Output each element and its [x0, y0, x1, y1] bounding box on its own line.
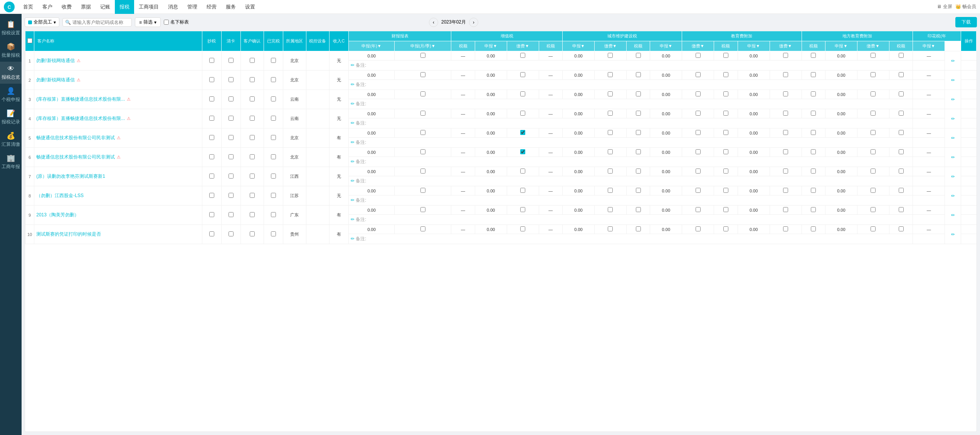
checkbox-cell[interactable] [264, 186, 283, 206]
checkbox-cell[interactable] [240, 109, 264, 128]
customer-name[interactable]: 2013（陶美芳勿删） [36, 212, 79, 218]
customer-name[interactable]: 畅捷通信息技术股份有限公司民非测试 [36, 154, 115, 160]
checkbox-cell[interactable] [202, 167, 221, 186]
edit-icon[interactable]: ✏ [951, 212, 955, 218]
checkbox-cell[interactable] [221, 148, 240, 167]
row-checkbox[interactable] [250, 77, 255, 82]
edit-icon[interactable]: ✏ [951, 193, 955, 199]
local-checkbox[interactable] [783, 226, 788, 231]
city-checkbox[interactable] [608, 72, 613, 77]
stamp-declare-check[interactable] [857, 206, 889, 215]
city-checkbox[interactable] [608, 207, 613, 212]
checkbox-cell[interactable] [264, 148, 283, 167]
city-pay-checkbox[interactable] [636, 130, 641, 135]
edu-declare-check[interactable] [682, 109, 714, 118]
local-declare-check[interactable] [770, 206, 802, 215]
row-checkbox[interactable] [229, 58, 234, 63]
row-checkbox[interactable] [209, 77, 214, 82]
vat-declare-checkbox[interactable] [520, 130, 525, 135]
action-cell[interactable]: ✏ [945, 51, 961, 71]
local-declare-check[interactable] [770, 225, 802, 234]
local-pay-checkbox[interactable] [811, 111, 816, 116]
city-pay-checkbox[interactable] [636, 91, 641, 96]
local-pay-check[interactable] [802, 206, 825, 215]
checkbox-cell[interactable] [202, 148, 221, 167]
customer-name[interactable]: 勿删!新锐网络通信 [36, 77, 74, 83]
checkbox-cell[interactable] [202, 90, 221, 109]
edu-pay-checkbox[interactable] [723, 149, 728, 154]
name-checkbox[interactable] [164, 20, 169, 25]
vat-declare-check[interactable] [507, 225, 539, 234]
local-pay-checkbox[interactable] [811, 130, 816, 135]
city-pay-checkbox[interactable] [636, 53, 641, 58]
row-checkbox[interactable] [229, 231, 234, 236]
fin-year-checkbox[interactable] [420, 72, 425, 77]
vat-declare-checkbox[interactable] [520, 169, 525, 174]
city-checkbox[interactable] [608, 226, 613, 231]
edu-checkbox[interactable] [696, 72, 701, 77]
stamp-checkbox[interactable] [871, 207, 876, 212]
city-checkbox[interactable] [608, 91, 613, 96]
vat-declare-check[interactable] [507, 51, 539, 61]
stamp-declare-check[interactable] [857, 109, 889, 118]
city-declare-check[interactable] [594, 90, 626, 99]
nav-business[interactable]: 工商项目 [134, 0, 163, 14]
local-checkbox[interactable] [783, 53, 788, 58]
stamp-pay-check[interactable] [889, 167, 913, 176]
row-checkbox[interactable] [209, 193, 214, 198]
customer-name[interactable]: (库存核算）直播畅捷通信息技术股份有限... [36, 96, 125, 102]
action-cell[interactable]: ✏ [945, 206, 961, 225]
fin-year-check[interactable] [395, 71, 451, 80]
edit-icon[interactable]: ✏ [951, 232, 955, 237]
stamp-declare-check[interactable] [857, 186, 889, 196]
vat-declare-check[interactable] [507, 128, 539, 138]
edit-note-icon[interactable]: ✏ [351, 120, 355, 126]
city-declare-check[interactable] [594, 71, 626, 80]
edu-pay-checkbox[interactable] [723, 53, 728, 58]
row-checkbox[interactable] [271, 96, 276, 101]
fin-year-check[interactable] [395, 90, 451, 99]
nav-home[interactable]: 首页 [18, 0, 38, 14]
row-checkbox[interactable] [250, 96, 255, 101]
stamp-declare-check[interactable] [857, 225, 889, 234]
stamp-pay-check[interactable] [889, 90, 913, 99]
stamp-pay-checkbox[interactable] [899, 207, 904, 212]
vat-declare-check[interactable] [507, 186, 539, 196]
edit-icon[interactable]: ✏ [951, 174, 955, 179]
city-pay-check[interactable] [626, 167, 650, 176]
stamp-pay-checkbox[interactable] [899, 111, 904, 116]
fin-year-check[interactable] [395, 128, 451, 138]
fin-year-check[interactable] [395, 186, 451, 196]
local-checkbox[interactable] [783, 207, 788, 212]
city-pay-checkbox[interactable] [636, 207, 641, 212]
edu-checkbox[interactable] [696, 91, 701, 96]
checkbox-cell[interactable] [240, 90, 264, 109]
edu-pay-check[interactable] [714, 90, 738, 99]
next-period-button[interactable]: › [469, 18, 478, 27]
city-declare-check[interactable] [594, 225, 626, 234]
local-pay-check[interactable] [802, 148, 825, 157]
city-pay-check[interactable] [626, 128, 650, 138]
row-checkbox[interactable] [250, 212, 255, 217]
filter-button[interactable]: ≡ 筛选 ▾ [135, 17, 161, 27]
nav-invoice[interactable]: 票据 [76, 0, 96, 14]
row-checkbox[interactable] [209, 154, 214, 159]
edu-pay-check[interactable] [714, 109, 738, 118]
fin-year-check[interactable] [395, 225, 451, 234]
stamp-pay-checkbox[interactable] [899, 169, 904, 174]
checkbox-cell[interactable] [240, 71, 264, 90]
city-pay-check[interactable] [626, 225, 650, 234]
name-checkbox-label[interactable]: 名下标表 [164, 19, 189, 25]
edu-checkbox[interactable] [696, 188, 701, 193]
checkbox-cell[interactable] [240, 206, 264, 225]
edu-pay-check[interactable] [714, 206, 738, 215]
vat-declare-checkbox[interactable] [520, 188, 525, 193]
stamp-checkbox[interactable] [871, 169, 876, 174]
checkbox-cell[interactable] [221, 51, 240, 71]
fin-year-check[interactable] [395, 148, 451, 157]
nav-tax[interactable]: 报税 [115, 0, 134, 14]
checkbox-cell[interactable] [221, 225, 240, 244]
checkbox-cell[interactable] [264, 128, 283, 148]
city-checkbox[interactable] [608, 53, 613, 58]
col-stamp-declare2[interactable]: 申报▼ [913, 41, 945, 51]
